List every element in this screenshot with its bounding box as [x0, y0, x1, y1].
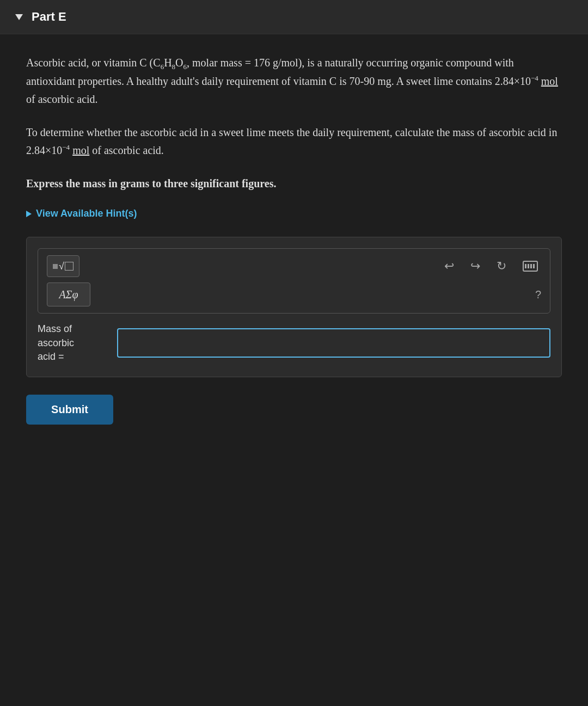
- box-icon: [65, 262, 74, 271]
- submit-button[interactable]: Submit: [26, 395, 113, 425]
- keyboard-icon: [523, 261, 538, 272]
- toolbar-right: ↩ ↪ ↻: [441, 257, 541, 275]
- keyboard-button[interactable]: [519, 259, 541, 274]
- toolbar-area: √ ↩ ↪ ↻: [38, 248, 550, 314]
- input-label: Mass of ascorbic acid =: [38, 322, 108, 364]
- input-row: Mass of ascorbic acid =: [38, 322, 550, 364]
- answer-container: √ ↩ ↪ ↻: [26, 237, 562, 377]
- small-square-icon: [53, 264, 58, 269]
- paragraph-2: To determine whether the ascorbic acid i…: [26, 124, 562, 159]
- mass-input[interactable]: [117, 328, 550, 358]
- redo-icon: ↪: [470, 259, 480, 273]
- math-template-button[interactable]: √: [47, 255, 79, 277]
- bold-instruction: Express the mass in grams to three signi…: [26, 175, 562, 193]
- help-icon[interactable]: ?: [535, 288, 541, 301]
- chevron-down-icon[interactable]: [15, 14, 23, 20]
- content-area: Ascorbic acid, or vitamin C (C6H8O6, mol…: [0, 34, 588, 706]
- refresh-icon: ↻: [497, 259, 506, 273]
- undo-icon: ↩: [444, 259, 454, 273]
- undo-button[interactable]: ↩: [441, 257, 457, 275]
- hint-link-text: View Available Hint(s): [36, 208, 137, 219]
- toolbar-top-row: √ ↩ ↪ ↻: [47, 255, 541, 277]
- redo-button[interactable]: ↪: [467, 257, 483, 275]
- symbol-button[interactable]: AΣφ: [47, 283, 90, 306]
- toolbar-bottom-row: AΣφ ?: [47, 283, 541, 306]
- part-title: Part E: [32, 10, 66, 24]
- refresh-button[interactable]: ↻: [493, 257, 510, 275]
- symbol-button-label: AΣφ: [59, 288, 78, 300]
- page-container: Part E Ascorbic acid, or vitamin C (C6H8…: [0, 0, 588, 706]
- toolbar-left: √: [47, 255, 79, 277]
- hint-arrow-icon: [26, 211, 32, 217]
- paragraph-1: Ascorbic acid, or vitamin C (C6H8O6, mol…: [26, 54, 562, 108]
- hint-link[interactable]: View Available Hint(s): [26, 208, 562, 219]
- sqrt-icon: √: [59, 261, 64, 272]
- part-header: Part E: [0, 0, 588, 34]
